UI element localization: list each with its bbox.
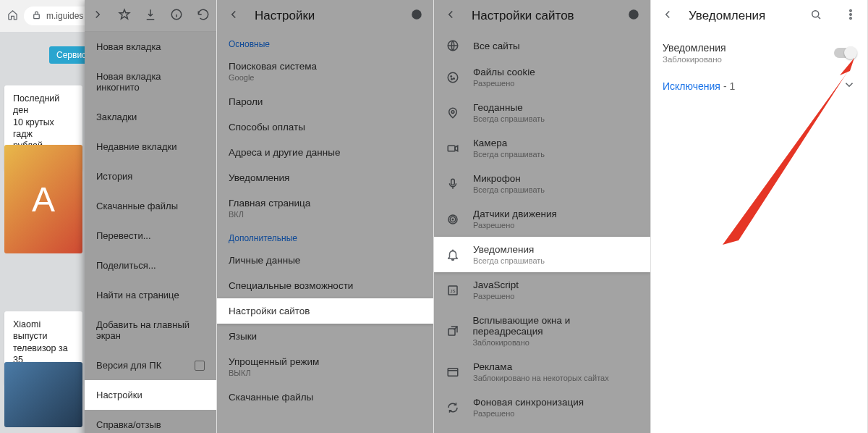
- settings-header: Настройки ?: [217, 0, 433, 32]
- notifications-status: Заблокировано: [663, 55, 834, 64]
- settings-item[interactable]: Способы оплаты: [217, 114, 433, 140]
- menu-item-8[interactable]: Найти на странице: [85, 280, 216, 310]
- svg-rect-0: [34, 14, 40, 19]
- svg-point-9: [454, 77, 455, 79]
- menu-item-10[interactable]: Версия для ПК: [85, 350, 216, 380]
- menu-item-5[interactable]: Скачанные файлы: [85, 191, 216, 221]
- chevron-down-icon: [843, 78, 856, 93]
- notifications-toggle[interactable]: [834, 48, 856, 58]
- settings-item[interactable]: Уведомления: [217, 165, 433, 190]
- site-settings-item-popup[interactable]: Всплывающие окна и переадресацияЗаблокир…: [434, 308, 650, 354]
- svg-text:JS: JS: [450, 289, 455, 293]
- bell-icon: [446, 248, 460, 261]
- ads-icon: [446, 366, 460, 379]
- site-settings-item-mic[interactable]: МикрофонВсегда спрашивать: [434, 166, 650, 201]
- menu-item-0[interactable]: Новая вкладка: [85, 32, 216, 62]
- svg-point-7: [448, 72, 458, 83]
- svg-point-21: [812, 11, 819, 17]
- article-title: Последний ден 10 крутых гадж рублей: [13, 93, 74, 151]
- svg-point-14: [452, 218, 454, 220]
- settings-item[interactable]: Поисковая системаGoogle: [217, 54, 433, 89]
- more-icon[interactable]: [844, 8, 857, 24]
- svg-rect-12: [448, 146, 455, 151]
- refresh-icon[interactable]: [197, 8, 210, 24]
- popup-icon: [446, 324, 459, 337]
- settings-item[interactable]: Настройки сайтов: [217, 298, 433, 324]
- star-icon[interactable]: [118, 8, 131, 24]
- settings-item[interactable]: Специальные возможности: [217, 273, 433, 298]
- svg-text:?: ?: [631, 11, 635, 18]
- notifications-toggle-row: Уведомления Заблокировано: [651, 32, 867, 68]
- svg-point-8: [451, 75, 452, 77]
- pin-icon: [446, 106, 460, 119]
- menu-item-9[interactable]: Добавить на главный экран: [85, 310, 216, 350]
- forward-icon[interactable]: [91, 8, 104, 24]
- site-settings-item-globe[interactable]: Все сайты: [434, 32, 650, 59]
- site-settings-item-pin[interactable]: ГеоданныеВсегда спрашивать: [434, 95, 650, 130]
- svg-rect-20: [448, 368, 458, 376]
- section-extra-label: Дополнительные: [217, 226, 433, 248]
- menu-item-2[interactable]: Закладки: [85, 102, 216, 132]
- cookie-icon: [446, 71, 460, 84]
- menu-item-11[interactable]: Настройки: [85, 380, 216, 410]
- settings-item[interactable]: Адреса и другие данные: [217, 140, 433, 165]
- download-icon[interactable]: [144, 8, 157, 24]
- settings-item[interactable]: Главная страницаВКЛ: [217, 190, 433, 226]
- site-settings-item-camera[interactable]: КамераВсегда спрашивать: [434, 130, 650, 166]
- desktop-site-checkbox[interactable]: [195, 361, 205, 371]
- search-icon[interactable]: [809, 8, 822, 24]
- article-title: Xiaomi выпусти телевизор за 35: [13, 319, 74, 366]
- panel-settings: Настройки ? Основные Поисковая системаGo…: [217, 0, 434, 433]
- settings-item[interactable]: Личные данные: [217, 248, 433, 273]
- notifications-header: Уведомления: [651, 0, 867, 32]
- site-settings-item-ads[interactable]: РекламаЗаблокировано на некоторых сайтах: [434, 354, 650, 390]
- back-icon[interactable]: [661, 8, 674, 24]
- settings-item[interactable]: Пароли: [217, 89, 433, 114]
- menu-item-6[interactable]: Перевести...: [85, 221, 216, 251]
- globe-icon: [446, 39, 460, 52]
- menu-item-4[interactable]: История: [85, 161, 216, 191]
- menu-item-3[interactable]: Недавние вкладки: [85, 132, 216, 161]
- site-settings-item-bell[interactable]: УведомленияВсегда спрашивать: [434, 237, 650, 272]
- site-settings-item-motion[interactable]: Датчики движенияРазрешено: [434, 201, 650, 237]
- info-icon[interactable]: [170, 8, 183, 24]
- site-settings-item-js[interactable]: JSJavaScriptРазрешено: [434, 272, 650, 308]
- panel-notifications: Уведомления Уведомления Заблокировано Ис…: [651, 0, 868, 433]
- sync-icon: [446, 401, 460, 414]
- menu-top-icons: [85, 0, 216, 32]
- site-settings-item-cookie[interactable]: Файлы cookieРазрешено: [434, 59, 650, 95]
- help-icon[interactable]: ?: [410, 8, 423, 24]
- settings-item[interactable]: Языки: [217, 324, 433, 349]
- site-settings-header: Настройки сайтов ?: [434, 0, 650, 32]
- js-icon: JS: [446, 284, 460, 297]
- panel-site-settings: Настройки сайтов ? Все сайтыФайлы cookie…: [434, 0, 651, 433]
- menu-item-7[interactable]: Поделиться...: [85, 251, 216, 280]
- back-icon[interactable]: [444, 8, 457, 24]
- camera-icon: [446, 142, 460, 155]
- lock-icon: [31, 9, 42, 22]
- menu-item-12[interactable]: Справка/отзыв: [85, 410, 216, 433]
- svg-point-11: [451, 110, 454, 113]
- settings-title: Настройки: [255, 9, 315, 23]
- article-image-1: A: [4, 145, 82, 253]
- site-settings-title: Настройки сайтов: [472, 9, 574, 23]
- panel-browser-menu: m.iguides Сервис Последний ден 10 крутых…: [0, 0, 217, 433]
- section-main-label: Основные: [217, 32, 433, 54]
- svg-point-23: [850, 14, 851, 15]
- site-settings-item-sync[interactable]: Фоновая синхронизацияРазрешено: [434, 390, 650, 425]
- settings-item[interactable]: Упрощенный режимВЫКЛ: [217, 349, 433, 384]
- browser-overflow-menu: Новая вкладкаНовая вкладка инкогнитоЗакл…: [85, 0, 216, 433]
- exceptions-count: - 1: [723, 80, 735, 92]
- svg-text:?: ?: [414, 11, 418, 18]
- mic-icon: [446, 177, 460, 190]
- url-text: m.iguides: [46, 11, 83, 21]
- settings-item[interactable]: Скачанные файлы: [217, 384, 433, 410]
- back-icon[interactable]: [227, 8, 240, 24]
- notifications-label: Уведомления: [663, 42, 834, 54]
- menu-item-1[interactable]: Новая вкладка инкогнито: [85, 62, 216, 102]
- home-icon[interactable]: [7, 9, 18, 23]
- help-icon[interactable]: ?: [627, 8, 640, 24]
- notifications-title: Уведомления: [689, 9, 765, 23]
- exceptions-row[interactable]: Исключения - 1: [651, 68, 867, 104]
- svg-point-22: [850, 10, 851, 12]
